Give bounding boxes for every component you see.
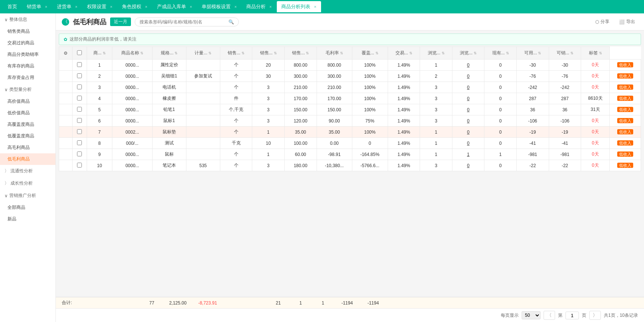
page-number-input[interactable] (565, 312, 579, 319)
row-browse1[interactable]: 1 (452, 149, 484, 160)
row-select-checkbox[interactable] (77, 140, 82, 145)
row-checkbox[interactable] (72, 93, 87, 104)
row-checkbox[interactable] (72, 71, 87, 82)
nav-product-analysis[interactable]: 商品分析 × (242, 1, 276, 12)
row-code: 0002... (112, 127, 152, 138)
row-select-checkbox[interactable] (77, 85, 82, 89)
col-gross-margin[interactable]: 毛利率⇅ (317, 47, 352, 60)
sidebar-item-stock-capital[interactable]: 库存资金占用 (0, 72, 55, 83)
row-checkbox[interactable] (72, 149, 87, 160)
per-page-select[interactable]: 50 20 100 (522, 311, 541, 319)
close-icon[interactable]: × (145, 4, 147, 9)
row-select-checkbox[interactable] (77, 96, 82, 101)
col-browse1[interactable]: 浏览...⇅ (420, 47, 452, 60)
row-select-checkbox[interactable] (77, 107, 82, 112)
col-browse2[interactable]: 浏览...⇅ (452, 47, 484, 60)
row-browse1[interactable]: 0 (452, 104, 484, 115)
sidebar-item-stocked-goods[interactable]: 有库存的商品 (0, 60, 55, 72)
share-button[interactable]: ⬡ 分享 (592, 17, 612, 26)
col-sale-amount[interactable]: 销售...⇅ (284, 47, 317, 60)
close-icon[interactable]: × (75, 4, 77, 9)
search-box[interactable]: 🔍 (135, 17, 239, 26)
sidebar-group-circulation[interactable]: 〉 流通性分析 (0, 165, 55, 177)
select-all-checkbox[interactable] (77, 50, 82, 55)
sidebar-group-marketing[interactable]: ∨ 营销推广分析 (0, 189, 55, 202)
sidebar-item-new-goods[interactable]: 新品 (0, 213, 55, 225)
row-browse1[interactable]: 0 (452, 115, 484, 127)
col-salable[interactable]: 可销...⇅ (549, 47, 581, 60)
sidebar-item-low-coverage[interactable]: 低覆盖度商品 (0, 130, 55, 142)
sidebar-item-all-goods[interactable]: 全部商品 (0, 202, 55, 213)
row-checkbox[interactable] (72, 160, 87, 171)
row-browse1[interactable]: 0 (452, 82, 484, 93)
row-checkbox[interactable] (72, 82, 87, 93)
nav-permission[interactable]: 权限设置 × (83, 1, 117, 12)
row-select-checkbox[interactable] (77, 118, 82, 123)
col-code[interactable]: 商...⇅ (87, 47, 112, 60)
sidebar-item-low-value[interactable]: 低价值商品 (0, 107, 55, 119)
sidebar-item-high-coverage[interactable]: 高覆盖度商品 (0, 119, 55, 130)
row-browse1[interactable]: 0 (452, 138, 484, 149)
search-input[interactable] (140, 19, 226, 25)
row-select-checkbox[interactable] (77, 73, 82, 78)
col-sale-qty[interactable]: 销售...⇅ (220, 47, 252, 60)
col-settings[interactable]: ⚙ (59, 47, 73, 60)
row-browse1[interactable]: 0 (452, 60, 484, 71)
row-checkbox[interactable] (72, 60, 87, 71)
close-icon[interactable]: × (190, 4, 192, 9)
row-browse1[interactable]: 0 (452, 160, 484, 171)
row-browse1[interactable]: 0 (452, 127, 484, 138)
nav-purchase-order[interactable]: 进货单 × (52, 1, 82, 12)
col-available[interactable]: 可用...⇅ (516, 47, 549, 60)
row-name: 橡皮擦 (152, 93, 186, 104)
row-select-checkbox[interactable] (77, 129, 82, 134)
col-coverage[interactable]: 覆盖...⇅ (352, 47, 388, 60)
close-icon[interactable]: × (269, 4, 272, 9)
close-icon[interactable]: × (314, 4, 316, 9)
sidebar-item-high-value[interactable]: 高价值商品 (0, 96, 55, 107)
sidebar-group-growth[interactable]: 〉 成长性分析 (0, 177, 55, 189)
sidebar-group-type-analysis[interactable]: ∨ 类型量分析 (0, 83, 55, 96)
row-select-checkbox[interactable] (77, 152, 82, 156)
col-spec[interactable]: 规格...⇅ (152, 47, 186, 60)
col-tag[interactable]: 标签⇅ (581, 47, 610, 60)
prev-page-button[interactable]: 〈 (544, 311, 555, 320)
col-unit[interactable]: 计量...⇅ (186, 47, 220, 60)
search-icon[interactable]: 🔍 (228, 19, 234, 25)
row-checkbox[interactable] (72, 138, 87, 149)
nav-role-auth[interactable]: 角色授权 × (118, 1, 152, 12)
row-browse1[interactable]: 0 (452, 93, 484, 104)
nav-product-analysis-list[interactable]: 商品分析列表 × (277, 1, 321, 12)
sidebar-item-traded-goods[interactable]: 交易过的商品 (0, 37, 55, 49)
nav-template-settings[interactable]: 单据模板设置 × (197, 1, 241, 12)
col-checkbox[interactable] (72, 47, 87, 60)
close-icon[interactable]: × (110, 4, 112, 9)
export-button[interactable]: ⬜ 导出 (616, 17, 638, 26)
close-icon[interactable]: × (234, 4, 237, 9)
sidebar-group-overall[interactable]: ∨ 整体信息 (0, 13, 55, 26)
period-button[interactable]: 近一月 (110, 17, 131, 26)
row-select-checkbox[interactable] (77, 62, 82, 67)
col-current-stock[interactable]: 现有...⇅ (484, 47, 517, 60)
row-browse1[interactable]: 0 (452, 71, 484, 82)
col-sale-price[interactable]: 销售...⇅ (252, 47, 285, 60)
sidebar-item-high-margin[interactable]: 高毛利商品 (0, 142, 55, 153)
row-checkbox[interactable] (72, 115, 87, 127)
close-icon[interactable]: × (45, 4, 47, 9)
row-checkbox[interactable] (72, 104, 87, 115)
collapse-sidebar-button[interactable]: 《 (62, 18, 69, 26)
row-select-checkbox[interactable] (77, 163, 82, 168)
row-code: 0000... (112, 115, 152, 127)
col-transaction[interactable]: 交易...⇅ (388, 47, 420, 60)
sidebar-item-category-sales-rate[interactable]: 商品分类助销率 (0, 49, 55, 60)
nav-sales-order[interactable]: 销货单 × (22, 1, 52, 12)
sidebar-item-low-margin[interactable]: 低毛利商品 (0, 153, 55, 165)
nav-home[interactable]: 首页 (3, 1, 22, 12)
next-page-button[interactable]: 〉 (589, 311, 601, 320)
row-checkbox[interactable] (72, 127, 87, 138)
row-salable: 0天 (581, 127, 610, 138)
nav-product-entry[interactable]: 产成品入库单 × (153, 1, 196, 12)
data-table-container[interactable]: ⚙ 商...⇅ 商品名称⇅ 规格...⇅ 计量...⇅ 销售...⇅ 销售...… (59, 47, 641, 297)
sidebar-item-sales-goods[interactable]: 销售类商品 (0, 26, 55, 37)
col-name[interactable]: 商品名称⇅ (112, 47, 152, 60)
